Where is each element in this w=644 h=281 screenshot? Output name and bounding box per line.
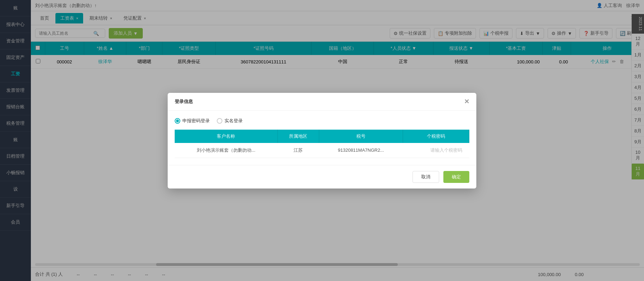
radio-real-name-circle[interactable] — [217, 118, 222, 124]
radio-declaration-password-circle[interactable] — [175, 118, 180, 124]
login-info-table: 客户名称 所属地区 税号 个税密码 刘小艳演示账套（勿删勿动... 江苏 913… — [175, 130, 469, 158]
col-client-name: 客户名称 — [175, 130, 277, 143]
dialog-body: 申报密码登录 实名登录 客户名称 所属地区 税号 个税密码 — [168, 111, 476, 165]
login-type-radio-group: 申报密码登录 实名登录 — [175, 118, 469, 124]
dialog-title: 登录信息 — [175, 98, 193, 105]
dialog-table-row: 刘小艳演示账套（勿删勿动... 江苏 91320811MA7NGR2... 请输… — [175, 143, 469, 158]
dialog-close-icon[interactable]: ✕ — [464, 98, 469, 105]
dialog-cell-password[interactable]: 请输入个税密码 — [403, 143, 469, 158]
login-dialog: 登录信息 ✕ 申报密码登录 实名登录 客户名称 所属地区 — [168, 93, 476, 189]
col-tax-no: 税号 — [319, 130, 403, 143]
dialog-footer: 取消 确定 — [168, 165, 476, 189]
dialog-overlay: 登录信息 ✕ 申报密码登录 实名登录 客户名称 所属地区 — [0, 0, 644, 281]
cancel-button[interactable]: 取消 — [412, 171, 439, 183]
dialog-cell-region: 江苏 — [277, 143, 319, 158]
dialog-cell-client-name: 刘小艳演示账套（勿删勿动... — [175, 143, 277, 158]
radio-real-name[interactable]: 实名登录 — [217, 118, 243, 124]
dialog-cell-tax-no: 91320811MA7NGR2... — [319, 143, 403, 158]
confirm-button[interactable]: 确定 — [443, 171, 469, 183]
col-region: 所属地区 — [277, 130, 319, 143]
radio-declaration-password[interactable]: 申报密码登录 — [175, 118, 210, 124]
col-individual-tax-pwd: 个税密码 — [403, 130, 469, 143]
dialog-header: 登录信息 ✕ — [168, 93, 476, 111]
